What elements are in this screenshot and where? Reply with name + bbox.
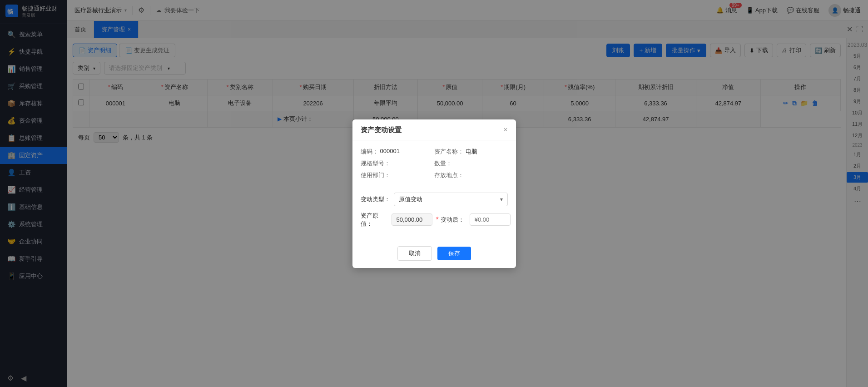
modal-code-label: 编码： — [361, 148, 378, 156]
change-type-label: 变动类型： — [361, 195, 390, 203]
change-type-arrow-icon: ▾ — [500, 196, 503, 203]
modal-quantity-label: 数量： — [434, 159, 452, 168]
original-value-label: 资产原值： — [361, 212, 388, 228]
modal-spec-field: 规格型号： — [361, 159, 434, 168]
modal-location-field: 存放地点： — [434, 171, 508, 179]
modal-location-label: 存放地点： — [434, 171, 464, 179]
after-label: 变动后： — [441, 216, 468, 224]
modal-asset-name-label: 资产名称： — [434, 148, 464, 156]
modal-asset-name-field: 资产名称： 电脑 — [434, 148, 508, 156]
modal-spec-label: 规格型号： — [361, 159, 390, 168]
modal-quantity-field: 数量： — [434, 159, 508, 168]
modal-header: 资产变动设置 × — [352, 119, 516, 140]
modal-code-field: 编码： 000001 — [361, 148, 434, 156]
modal-title: 资产变动设置 — [361, 126, 402, 134]
original-value-display: 50,000.00 — [392, 213, 432, 226]
modal-footer: 取消 保存 — [352, 241, 516, 268]
asset-change-modal: 资产变动设置 × 编码： 000001 资产名称： 电脑 规格型号： 数 — [352, 119, 516, 268]
after-group: * 变动后： — [436, 213, 511, 226]
modal-close-icon[interactable]: × — [503, 126, 507, 134]
change-type-value: 原值变动 — [399, 195, 422, 203]
modal-overlay[interactable]: 资产变动设置 × 编码： 000001 资产名称： 电脑 规格型号： 数 — [0, 0, 868, 387]
value-row: 资产原值： 50,000.00 * 变动后： — [361, 212, 508, 228]
modal-dept-label: 使用部门： — [361, 171, 390, 179]
modal-asset-name-value: 电脑 — [466, 148, 477, 156]
modal-info-grid: 编码： 000001 资产名称： 电脑 规格型号： 数量： 使用部门： — [361, 148, 508, 186]
modal-dept-field: 使用部门： — [361, 171, 434, 179]
change-type-row: 变动类型： 原值变动 ▾ — [361, 193, 508, 206]
cancel-button[interactable]: 取消 — [397, 246, 432, 261]
modal-code-value: 000001 — [380, 148, 400, 156]
save-button[interactable]: 保存 — [437, 247, 471, 260]
change-type-select[interactable]: 原值变动 ▾ — [394, 193, 508, 206]
required-star: * — [436, 216, 439, 224]
after-value-input[interactable] — [470, 213, 511, 226]
modal-body: 编码： 000001 资产名称： 电脑 规格型号： 数量： 使用部门： — [352, 140, 516, 241]
